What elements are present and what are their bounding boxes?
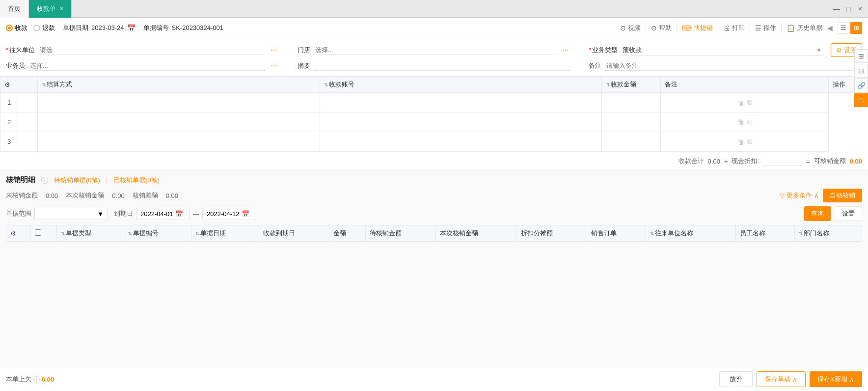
calendar-to-icon[interactable]: 📅	[242, 210, 249, 218]
row-2-delete-icon[interactable]: 🗑	[737, 118, 744, 126]
row-3-delete-icon[interactable]: 🗑	[737, 138, 744, 146]
date-from-input[interactable]: 2022-04-01 📅	[136, 208, 190, 220]
query-button[interactable]: 查询	[804, 206, 831, 221]
auto-verify-button[interactable]: 自动核销	[823, 189, 862, 202]
th-remark: 备注	[661, 77, 829, 93]
sidebar-expand-icon[interactable]: ◻	[854, 93, 868, 107]
save-draft-button[interactable]: 保存草稿 ∧	[757, 371, 806, 387]
tab-current[interactable]: 收款单 ×	[29, 0, 72, 18]
th-settlement-label: 结算方式	[47, 80, 72, 89]
row-1-copy-icon[interactable]: ⧉	[747, 98, 752, 107]
bill-no-value[interactable]: SK-20230324-001	[172, 24, 224, 31]
bill-range-chevron: ▼	[97, 210, 104, 218]
history-icon: 📋	[787, 24, 795, 32]
tab-bar: 首页 收款单 × — □ ×	[0, 0, 868, 18]
shop-input[interactable]	[313, 45, 557, 55]
counterpart-more-icon[interactable]: ···	[269, 46, 279, 55]
th-settlement: ⇅ 结算方式	[38, 77, 320, 93]
row-3-amount[interactable]	[320, 132, 602, 152]
more-conditions-btn[interactable]: ▽ 更多条件 ∧	[780, 191, 819, 200]
verify-info-icon[interactable]: i	[41, 177, 48, 184]
grid-view-btn[interactable]: ⊞	[850, 22, 862, 34]
save-new-chevron: ∧	[849, 376, 854, 383]
bill-range-select[interactable]: ▼	[34, 208, 108, 220]
radio-refund[interactable]: 退款	[33, 24, 55, 32]
counterpart-input[interactable]	[38, 45, 266, 55]
business-type-select[interactable]: 预收款 ▼	[621, 45, 824, 56]
shortcut-btn[interactable]: ⌨ 快捷键	[682, 24, 713, 32]
minimize-btn[interactable]: —	[833, 5, 841, 13]
divider1	[646, 23, 646, 33]
calendar-from-icon[interactable]: 📅	[175, 210, 183, 218]
save-new-button[interactable]: 保存&新增 ∧	[810, 371, 862, 387]
table-row: 3 🗑 ⧉	[0, 132, 868, 152]
operation-btn[interactable]: ☰ 操作	[755, 24, 776, 32]
list-view-btn[interactable]: ☰	[838, 22, 849, 34]
row-2-account[interactable]	[38, 112, 320, 132]
summary-input[interactable]	[313, 61, 571, 71]
remark-label: 备注	[589, 61, 601, 70]
bth-checkbox[interactable]	[31, 225, 56, 242]
sidebar-table-icon[interactable]: ⊞	[854, 49, 868, 63]
row-1-account[interactable]	[38, 93, 320, 112]
calendar-icon[interactable]: 📅	[127, 24, 136, 32]
row-3-settlement[interactable]	[18, 132, 38, 152]
bth-discount: 折扣分摊额	[517, 225, 587, 242]
tab-close-icon[interactable]: ×	[60, 5, 63, 12]
done-tab[interactable]: 已核销单据(0笔)	[113, 176, 160, 185]
row-3-account[interactable]	[38, 132, 320, 152]
bth-due-date: 收款到期日	[259, 225, 329, 242]
radio-receive-dot	[6, 25, 13, 31]
row-3-remark[interactable]	[602, 132, 661, 152]
nav-left-arrow[interactable]: ◀	[827, 24, 833, 32]
row-2-amount[interactable]	[320, 112, 602, 132]
th-gear[interactable]: ⚙	[0, 77, 18, 93]
bill-date-value[interactable]: 2023-03-24	[91, 24, 124, 31]
due-date-label: 到期日	[114, 209, 133, 218]
current-value: 0.00	[112, 192, 124, 199]
staff-more-icon[interactable]: ···	[269, 61, 279, 70]
sidebar-link-icon[interactable]: 🔗	[854, 79, 868, 92]
payment-type-group: 收款 退款	[6, 24, 55, 32]
help-btn[interactable]: ⊙ 帮助	[651, 24, 672, 32]
close-btn[interactable]: ×	[856, 5, 864, 13]
settings-gear-icon: ⚙	[836, 47, 842, 54]
row-1-delete-icon[interactable]: 🗑	[737, 99, 744, 107]
shop-field: 门店 ···	[298, 45, 571, 55]
save-draft-chevron: ∧	[792, 376, 797, 383]
business-type-chevron: ▼	[816, 47, 822, 54]
date-to-input[interactable]: 2022-04-12 📅	[202, 208, 256, 220]
radio-refund-dot	[33, 25, 40, 31]
bth-bill-date: ⇅单据日期	[191, 225, 259, 242]
bth-counterpart: ⇅往来单位名称	[646, 225, 735, 242]
shop-more-icon[interactable]: ···	[560, 46, 570, 55]
verify-settings-button[interactable]: 设置	[835, 206, 862, 221]
verify-table: ⚙ ⇅单据类型 ⇅单据编号 ⇅单据日期 收款到期日	[6, 225, 862, 242]
row-1-amount[interactable]	[320, 93, 602, 112]
video-icon: ⊙	[620, 24, 626, 32]
discount-input[interactable]	[763, 156, 802, 166]
print-btn[interactable]: 🖨 打印	[723, 24, 745, 32]
tab-home[interactable]: 首页	[0, 0, 29, 18]
bth-amount: 金额	[329, 225, 366, 242]
row-2-remark[interactable]	[602, 112, 661, 132]
row-3-copy-icon[interactable]: ⧉	[747, 138, 752, 146]
history-btn[interactable]: 📋 历史单据	[787, 24, 822, 32]
discard-button[interactable]: 放弃	[719, 371, 753, 387]
radio-receive[interactable]: 收款	[6, 24, 27, 32]
maximize-btn[interactable]: □	[844, 5, 852, 13]
pending-tab[interactable]: 待核销单据(0笔)	[54, 176, 100, 185]
remark-input[interactable]	[604, 61, 862, 71]
row-2-copy-icon[interactable]: ⧉	[747, 118, 752, 126]
payment-table: ⚙ ⇅ 结算方式 ⇅ 收款账号	[0, 76, 868, 152]
row-1-settlement[interactable]	[18, 93, 38, 112]
video-btn[interactable]: ⊙ 视频	[620, 24, 641, 32]
select-all-checkbox[interactable]	[35, 229, 41, 236]
sidebar-doc-icon[interactable]: ⊟	[854, 64, 868, 78]
row-1-remark[interactable]	[602, 93, 661, 112]
bth-gear[interactable]: ⚙	[6, 225, 31, 242]
row-2-settlement[interactable]	[18, 112, 38, 132]
staff-input[interactable]	[28, 61, 266, 71]
bth-bill-no: ⇅单据编号	[124, 225, 191, 242]
discount-label: 现金折扣:	[732, 157, 759, 166]
